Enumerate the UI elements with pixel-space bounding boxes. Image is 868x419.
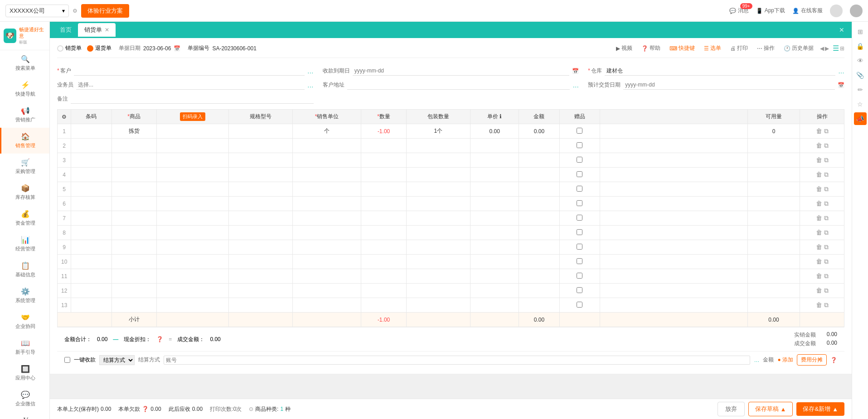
copy-icon[interactable]: ⧉ xyxy=(824,229,829,236)
settings-icon[interactable]: ⚙ xyxy=(73,8,78,14)
right-sidebar-btn-2[interactable]: 🔒 xyxy=(854,40,867,53)
sidebar-item-search[interactable]: 🔍 搜索菜单 xyxy=(0,50,49,76)
salesman-more-icon[interactable]: … xyxy=(307,82,314,89)
close-all-icon[interactable]: ✕ xyxy=(835,26,848,34)
delete-icon[interactable]: 🗑 xyxy=(816,301,822,309)
delete-icon[interactable]: 🗑 xyxy=(816,258,822,265)
sidebar-item-sales[interactable]: 🏠 销售管理 xyxy=(0,128,49,154)
discard-button[interactable]: 放弃 xyxy=(718,402,745,416)
th-scan[interactable]: 扫码录入 xyxy=(156,110,228,124)
gift-checkbox[interactable] xyxy=(577,273,582,279)
debt-help-icon[interactable]: ❓ xyxy=(142,406,149,412)
trial-button[interactable]: 体验行业方案 xyxy=(81,4,129,18)
delete-icon[interactable]: 🗑 xyxy=(816,243,822,251)
receive-date-calendar-icon[interactable]: 📅 xyxy=(572,68,579,74)
gift-checkbox[interactable] xyxy=(577,157,582,163)
warehouse-input[interactable] xyxy=(605,66,835,76)
sidebar-item-operations[interactable]: 📊 经营管理 xyxy=(0,231,49,257)
sidebar-item-apps[interactable]: 🔲 应用中心 xyxy=(0,360,49,386)
customer-address-more-icon[interactable]: … xyxy=(572,82,579,89)
th-settings[interactable]: ⚙ xyxy=(58,110,71,124)
online-service-button[interactable]: 👤 在线客服 xyxy=(792,7,823,14)
right-sidebar-btn-5[interactable]: ✏ xyxy=(854,83,867,96)
sidebar-item-quicknav[interactable]: ⚡ 快捷导航 xyxy=(0,76,49,102)
gift-checkbox[interactable] xyxy=(577,229,582,235)
salesman-input[interactable] xyxy=(76,80,305,90)
product-1[interactable]: 拣货 xyxy=(112,124,156,139)
gift-checkbox[interactable] xyxy=(577,287,582,293)
customer-more-icon[interactable]: … xyxy=(307,67,314,75)
app-download-button[interactable]: 📱 App下载 xyxy=(756,7,785,14)
notes-1[interactable] xyxy=(600,124,747,139)
avatar2[interactable] xyxy=(850,5,863,17)
sales-order-radio[interactable]: 销货单 xyxy=(57,44,82,52)
sidebar-item-enterprise[interactable]: 🤝 企业协同 xyxy=(0,308,49,334)
delete-icon[interactable]: 🗑 xyxy=(816,287,822,294)
copy-icon[interactable]: ⧉ xyxy=(824,185,829,193)
save-new-button[interactable]: 保存&新增 ▲ xyxy=(796,402,844,416)
payment-help-icon[interactable]: ❓ xyxy=(830,357,837,363)
amount-1[interactable]: 0.00 xyxy=(519,124,559,139)
question-icon[interactable]: ❓ xyxy=(156,336,163,342)
delete-icon[interactable]: 🗑 xyxy=(816,142,822,149)
sidebar-item-inventory[interactable]: 📦 库存核算 xyxy=(0,179,49,205)
scan-button[interactable]: 扫码录入 xyxy=(180,112,205,121)
qty-1[interactable]: -1.00 xyxy=(361,124,406,139)
copy-icon[interactable]: ⧉ xyxy=(824,258,829,265)
tab-sales-order[interactable]: 销货单 ✕ xyxy=(78,23,116,37)
spec-1[interactable] xyxy=(228,124,292,139)
select-btn[interactable]: ☰ 选单 xyxy=(701,43,724,53)
message-button[interactable]: 💬 消息 99+ xyxy=(729,7,749,14)
sidebar-item-system[interactable]: ⚙️ 系统管理 xyxy=(0,283,49,308)
calendar-icon[interactable]: 📅 xyxy=(174,45,180,52)
gift-checkbox[interactable] xyxy=(577,258,582,264)
avatar[interactable] xyxy=(830,5,843,17)
gift-checkbox[interactable] xyxy=(577,215,582,221)
list-view-icon[interactable]: ☰ xyxy=(833,44,839,53)
customer-input[interactable] xyxy=(74,66,305,76)
sidebar-item-finance[interactable]: 💰 资金管理 xyxy=(0,205,49,231)
shortcut-btn[interactable]: ⌨ 快捷键 xyxy=(667,43,698,53)
grid-view-icon[interactable]: ⊞ xyxy=(840,45,844,52)
help-btn[interactable]: ❓ 帮助 xyxy=(639,43,663,53)
right-sidebar-btn-6[interactable]: ☆ xyxy=(854,98,867,111)
copy-icon[interactable]: ⧉ xyxy=(824,301,829,309)
category-value[interactable]: 1 xyxy=(280,406,283,412)
delete-icon[interactable]: 🗑 xyxy=(816,185,822,193)
copy-icon[interactable]: ⧉ xyxy=(824,243,829,251)
gift-checkbox[interactable] xyxy=(577,200,582,206)
prev-record-icon[interactable]: ◀ xyxy=(820,45,824,52)
add-button[interactable]: ● 添加 xyxy=(777,356,793,364)
unit-1[interactable]: 个 xyxy=(292,124,361,139)
right-sidebar-btn-3[interactable]: 👁 xyxy=(854,54,867,67)
gift-checkbox[interactable] xyxy=(577,171,582,177)
copy-icon[interactable]: ⧉ xyxy=(824,156,829,164)
gift-checkbox[interactable] xyxy=(577,302,582,308)
remarks-input[interactable] xyxy=(71,94,314,104)
tab-close-icon[interactable]: ✕ xyxy=(105,27,109,33)
print-btn[interactable]: 🖨 打印 xyxy=(727,43,751,53)
barcode-1[interactable] xyxy=(71,124,112,139)
expected-date-input[interactable] xyxy=(623,80,835,90)
right-sidebar-btn-7[interactable]: 📣 xyxy=(854,112,867,125)
expense-button[interactable]: 费用分摊 xyxy=(797,354,827,366)
copy-icon[interactable]: ⧉ xyxy=(824,171,829,178)
history-btn[interactable]: 🕐 历史单据 xyxy=(781,43,816,53)
category-help-icon[interactable]: ⊙ xyxy=(249,406,253,412)
delete-icon[interactable]: 🗑 xyxy=(816,200,822,207)
right-sidebar-btn-1[interactable]: ⊞ xyxy=(854,25,867,38)
copy-icon[interactable]: ⧉ xyxy=(824,272,829,280)
gift-checkbox[interactable] xyxy=(577,142,582,148)
more-icon[interactable]: … xyxy=(754,357,759,363)
settlement-select[interactable]: 结算方式 xyxy=(99,355,135,365)
sidebar-item-purchase[interactable]: 🛒 采购管理 xyxy=(0,154,49,179)
delete-icon[interactable]: 🗑 xyxy=(816,171,822,178)
account-input[interactable] xyxy=(164,356,750,365)
sidebar-item-member[interactable]: V 畅会员 xyxy=(0,412,49,419)
return-order-radio[interactable]: 退货单 xyxy=(87,44,112,52)
delete-icon[interactable]: 🗑 xyxy=(816,272,822,280)
company-selector[interactable]: XXXXXX公司 ▾ xyxy=(5,5,69,17)
warehouse-more-icon[interactable]: … xyxy=(838,67,844,75)
copy-icon-1[interactable]: ⧉ xyxy=(824,127,829,135)
delete-icon-1[interactable]: 🗑 xyxy=(816,127,822,135)
